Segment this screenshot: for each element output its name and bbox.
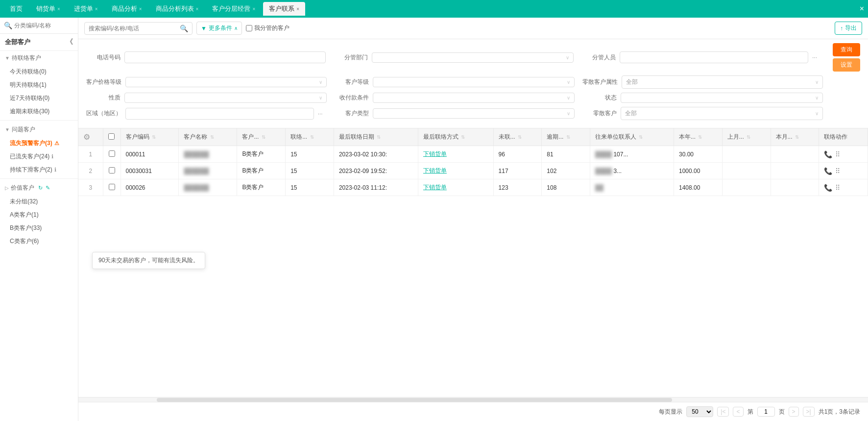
filter-manager-more-icon[interactable]: ··· xyxy=(808,54,821,61)
select-all-checkbox[interactable] xyxy=(108,133,115,140)
th-no-contact[interactable]: 未联... ⇅ xyxy=(493,128,542,146)
last-page-button[interactable]: >| xyxy=(803,407,815,417)
sidebar-item-declining[interactable]: 持续下滑客户(2) ℹ xyxy=(0,163,78,176)
filter-payment-select[interactable]: ∨ xyxy=(373,93,575,103)
settings-button[interactable]: 设置 xyxy=(833,58,860,72)
th-type[interactable]: 客户... ⇅ xyxy=(237,128,286,146)
row-3-more-icon[interactable]: ⠿ xyxy=(835,184,840,192)
nav-goods-list[interactable]: 商品分析列表 × xyxy=(150,2,205,16)
nav-customer-contact[interactable]: 客户联系 × xyxy=(263,2,305,16)
th-name-sort[interactable]: ⇅ xyxy=(210,134,214,140)
sidebar-group-value-title[interactable]: ▷ 价值客户 ↻ ✎ xyxy=(0,181,78,195)
first-page-button[interactable]: |< xyxy=(717,407,729,417)
sidebar-item-today[interactable]: 今天待联络(0) xyxy=(0,65,78,78)
row-last-type-2[interactable]: 下销货单 xyxy=(418,163,493,179)
th-contact-sort[interactable]: ⇅ xyxy=(310,134,314,140)
row-3-phone-icon[interactable]: 📞 xyxy=(824,184,832,192)
filter-status-select[interactable]: ∨ xyxy=(621,93,823,103)
th-last-month[interactable]: 上月... ⇅ xyxy=(722,128,771,146)
filter-region-input[interactable] xyxy=(125,108,314,120)
row-checkbox-1[interactable] xyxy=(103,146,121,163)
th-this-month[interactable]: 本月... ⇅ xyxy=(771,128,819,146)
th-overdue-sort[interactable]: ⇅ xyxy=(566,134,570,140)
sidebar-item-overdue[interactable]: 逾期未联络(30) xyxy=(0,105,78,118)
sidebar-item-tomorrow[interactable]: 明天待联络(1) xyxy=(0,78,78,92)
per-page-select[interactable]: 50 20 100 xyxy=(686,406,713,417)
row-checkbox-3[interactable] xyxy=(103,179,121,196)
th-name[interactable]: 客户名称 ⇅ xyxy=(179,128,237,146)
sidebar-item-churned[interactable]: 已流失客户(24) ℹ xyxy=(0,150,78,163)
nav-sales-close[interactable]: × xyxy=(57,6,60,12)
th-contacts-sort[interactable]: ⇅ xyxy=(639,134,643,140)
close-all-button[interactable]: × xyxy=(860,4,864,13)
th-contacts[interactable]: 往来单位联系人 ⇅ xyxy=(590,128,674,146)
th-this-year-sort[interactable]: ⇅ xyxy=(698,134,702,140)
search-input[interactable] xyxy=(89,25,177,32)
th-last-month-sort[interactable]: ⇅ xyxy=(747,134,750,140)
filter-customer-type-select[interactable]: ∨ xyxy=(373,108,575,119)
row-2-checkbox[interactable] xyxy=(109,167,115,173)
th-this-year[interactable]: 本年... ⇅ xyxy=(674,128,723,146)
filter-customer-level-select[interactable]: ∨ xyxy=(373,77,575,87)
nav-home[interactable]: 首页 xyxy=(4,2,28,16)
more-filter-button[interactable]: ▼ 更多条件 ∧ xyxy=(196,22,242,35)
th-code-sort[interactable]: ⇅ xyxy=(152,134,156,140)
query-button[interactable]: 查询 xyxy=(833,43,860,56)
th-type-sort[interactable]: ⇅ xyxy=(262,134,265,140)
nav-goods-list-close[interactable]: × xyxy=(196,6,199,12)
filter-retail-attr-select[interactable]: 全部 ∨ xyxy=(622,75,823,89)
sidebar-all-customers-header[interactable]: 全部客户 《 xyxy=(0,34,78,51)
th-no-contact-sort[interactable]: ⇅ xyxy=(518,134,522,140)
filter-price-level-select[interactable]: ∨ xyxy=(125,77,327,87)
value-group-edit[interactable]: ✎ xyxy=(46,185,50,191)
filter-manager-input[interactable] xyxy=(620,51,808,63)
prev-page-button[interactable]: < xyxy=(733,407,743,417)
sidebar-search-input[interactable] xyxy=(14,22,78,29)
row-3-checkbox[interactable] xyxy=(109,184,115,190)
nav-goods-analysis[interactable]: 商品分析 × xyxy=(106,2,148,16)
filter-dept-select[interactable]: ∨ xyxy=(372,52,573,63)
sidebar-collapse-icon[interactable]: 《 xyxy=(66,38,73,47)
filter-phone-input[interactable] xyxy=(124,51,326,63)
my-customers-checkbox-label[interactable]: 我分管的客户 xyxy=(246,24,289,32)
nav-purchase-close[interactable]: × xyxy=(95,6,98,12)
row-1-more-icon[interactable]: ⠿ xyxy=(835,150,840,158)
filter-retail-customer-select[interactable]: 全部 ∨ xyxy=(621,107,823,120)
nav-customer-tier-close[interactable]: × xyxy=(252,6,255,12)
th-last-type[interactable]: 最后联络方式 ⇅ xyxy=(418,128,493,146)
row-checkbox-2[interactable] xyxy=(103,163,121,179)
nav-purchase[interactable]: 进货单 × xyxy=(68,2,104,16)
nav-customer-tier[interactable]: 客户分层经营 × xyxy=(206,2,261,16)
th-last-type-sort[interactable]: ⇅ xyxy=(461,134,465,140)
sidebar-item-c-class[interactable]: C类客户(6) xyxy=(0,235,78,248)
nav-customer-contact-close[interactable]: × xyxy=(296,6,299,12)
export-button[interactable]: ↑ 导出 xyxy=(835,22,862,35)
row-2-more-icon[interactable]: ⠿ xyxy=(835,167,840,175)
sidebar-group-pending-title[interactable]: ▼ 待联络客户 xyxy=(0,51,78,65)
row-last-type-3[interactable]: 下销货单 xyxy=(418,179,493,196)
sidebar-item-b-class[interactable]: B类客户(33) xyxy=(0,222,78,235)
th-this-month-sort[interactable]: ⇅ xyxy=(795,134,799,140)
filter-region-more-icon[interactable]: ··· xyxy=(314,110,327,117)
row-1-phone-icon[interactable]: 📞 xyxy=(824,150,832,158)
sidebar-item-a-class[interactable]: A类客户(1) xyxy=(0,208,78,222)
scrollbar-track[interactable] xyxy=(157,398,672,402)
th-contact[interactable]: 联络... ⇅ xyxy=(286,128,334,146)
filter-nature-select[interactable]: ∨ xyxy=(124,93,327,103)
row-last-type-1[interactable]: 下销货单 xyxy=(418,146,493,163)
horizontal-scrollbar[interactable] xyxy=(78,397,868,402)
gear-icon[interactable]: ⚙ xyxy=(83,133,90,141)
nav-goods-analysis-close[interactable]: × xyxy=(139,6,142,12)
th-code[interactable]: 客户编码 ⇅ xyxy=(121,128,179,146)
sidebar-item-ungroup[interactable]: 未分组(32) xyxy=(0,195,78,208)
row-1-checkbox[interactable] xyxy=(109,150,115,157)
value-group-refresh[interactable]: ↻ xyxy=(38,185,43,191)
sidebar-group-problem-title[interactable]: ▼ 问题客户 xyxy=(0,123,78,137)
page-number-input[interactable] xyxy=(757,407,775,417)
my-customers-checkbox[interactable] xyxy=(246,25,252,31)
th-overdue[interactable]: 逾期... ⇅ xyxy=(542,128,590,146)
next-page-button[interactable]: > xyxy=(789,407,799,417)
sidebar-item-churn-warning[interactable]: 流失预警客户(3) ⚠ xyxy=(0,137,78,150)
sidebar-item-7days[interactable]: 近7天待联络(0) xyxy=(0,92,78,105)
th-last-date-sort[interactable]: ⇅ xyxy=(377,134,381,140)
